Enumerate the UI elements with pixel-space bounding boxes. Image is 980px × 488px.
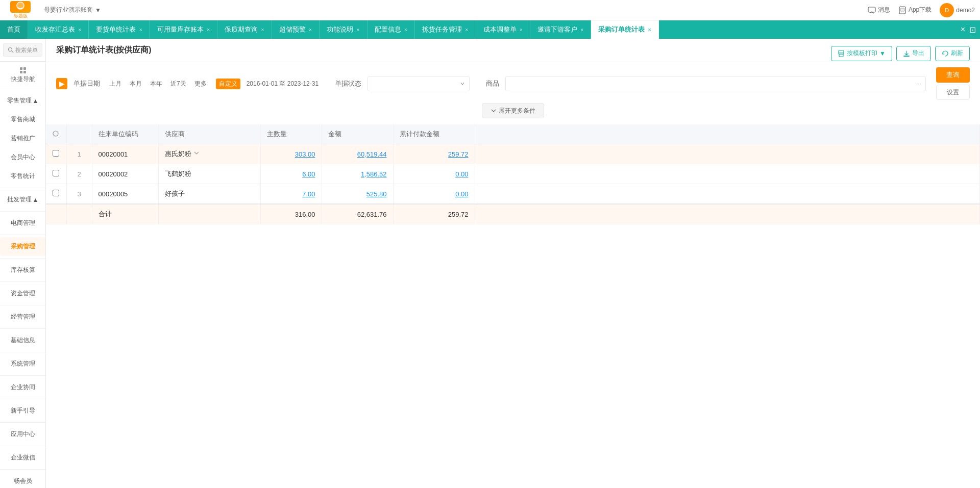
svg-rect-8 xyxy=(20,71,22,73)
sidebar-section-basic: 基础信息 xyxy=(0,329,45,352)
table-footer: 合计 316.00 62,631.76 259.72 xyxy=(46,204,980,224)
col-header-supplier-label: 供应商 xyxy=(165,130,185,138)
message-btn[interactable]: 消息 xyxy=(868,6,890,14)
footer-label: 合计 xyxy=(99,210,112,218)
sidebar-item-retail-store[interactable]: 零售商城 xyxy=(0,110,45,129)
user-area[interactable]: D demo2 xyxy=(940,3,975,17)
sidebar-item-finance-mgmt[interactable]: 资金管理 xyxy=(0,284,45,303)
sidebar-item-basic-info[interactable]: 基础信息 xyxy=(0,331,45,350)
tab-warranty-query[interactable]: 保质期查询 × xyxy=(217,20,272,39)
date-shortcut-this-year[interactable]: 本年 xyxy=(147,79,165,89)
col-header-supplier[interactable]: 供应商 xyxy=(158,124,260,144)
sidebar-item-system-mgmt[interactable]: 系统管理 xyxy=(0,354,45,373)
row-checkbox-1[interactable] xyxy=(53,170,59,176)
tab-overstock-alert-close[interactable]: × xyxy=(309,27,312,33)
search-menu-btn[interactable]: 搜索菜单 xyxy=(3,43,42,57)
sidebar-section-retail: 零售管理 ▲ 零售商城 营销推广 会员中心 零售统计 xyxy=(0,89,45,188)
export-btn[interactable]: 导出 xyxy=(896,46,931,61)
goods-input[interactable]: ··· xyxy=(505,76,926,91)
status-select[interactable] xyxy=(368,76,470,91)
expand-more-btn[interactable]: 展开更多条件 xyxy=(482,103,544,118)
table-row: 3 00020005 好孩子 7.00 525.80 0.00 xyxy=(46,184,980,204)
sidebar-item-app-center[interactable]: 应用中心 xyxy=(0,425,45,444)
tab-config-info[interactable]: 配置信息 × xyxy=(368,20,415,39)
sidebar-item-operation-mgmt[interactable]: 经营管理 xyxy=(0,307,45,326)
tab-home[interactable]: 首页 xyxy=(0,20,28,39)
sidebar-item-enterprise-wechat[interactable]: 企业微信 xyxy=(0,448,45,467)
row-check-0[interactable] xyxy=(46,144,66,164)
row-checkbox-0[interactable] xyxy=(53,150,59,157)
custom-date-tag[interactable]: 自定义 xyxy=(216,79,240,89)
refresh-btn-label: 刷新 xyxy=(951,49,963,58)
row-amount-1[interactable]: 1,586.52 xyxy=(322,164,393,184)
row-qty-0[interactable]: 303.00 xyxy=(260,144,322,164)
sidebar-item-inventory-check[interactable]: 库存核算 xyxy=(0,261,45,279)
tab-cost-adjust-close[interactable]: × xyxy=(520,27,523,33)
settings-btn[interactable]: 设置 xyxy=(936,85,970,100)
row-qty-2[interactable]: 7.00 xyxy=(260,184,322,204)
col-header-qty[interactable]: 主数量 xyxy=(260,124,322,144)
row-amount-2[interactable]: 525.80 xyxy=(322,184,393,204)
sidebar-item-retail-mgmt[interactable]: 零售管理 ▲ xyxy=(0,91,45,110)
row-amount-0[interactable]: 60,519.44 xyxy=(322,144,393,164)
date-shortcut-more[interactable]: 更多 xyxy=(191,79,210,89)
footer-check-cell xyxy=(46,204,66,224)
col-header-amount[interactable]: 金额 xyxy=(322,124,393,144)
sidebar-item-vip-member[interactable]: 畅会员 xyxy=(0,472,45,488)
tab-overstock-alert[interactable]: 超储预警 × xyxy=(272,20,320,39)
col-header-code[interactable]: 往来单位编码 xyxy=(92,124,158,144)
app-download-btn[interactable]: App下载 xyxy=(898,6,932,14)
date-shortcut-last-month[interactable]: 上月 xyxy=(106,79,125,89)
sidebar-item-wholesale-mgmt[interactable]: 批发管理 ▲ xyxy=(0,190,45,209)
page-header: 采购订单统计表(按供应商) 按模板打印 ▼ 导出 刷新 xyxy=(46,39,980,62)
tab-func-desc[interactable]: 功能说明 × xyxy=(320,20,367,39)
row-paid-1[interactable]: 0.00 xyxy=(393,164,475,184)
tab-config-info-close[interactable]: × xyxy=(404,27,407,33)
query-btn[interactable]: 查询 xyxy=(936,67,970,83)
tab-invite-customer-close[interactable]: × xyxy=(580,27,583,33)
row-checkbox-2[interactable] xyxy=(53,190,59,196)
tab-func-desc-close[interactable]: × xyxy=(356,27,359,33)
row-check-1[interactable] xyxy=(46,164,66,184)
print-btn[interactable]: 按模板打印 ▼ xyxy=(831,46,892,61)
col-header-paid[interactable]: 累计付款金额 xyxy=(393,124,475,144)
tab-close-all-btn[interactable]: × xyxy=(961,25,965,34)
tab-receive-send[interactable]: 收发存汇总表 × xyxy=(28,20,89,39)
sidebar-item-new-guide[interactable]: 新手引导 xyxy=(0,401,45,420)
tab-fullscreen-btn[interactable]: ⊡ xyxy=(969,25,976,35)
tab-purchase-detail-close[interactable]: × xyxy=(139,27,142,33)
tab-warranty-query-close[interactable]: × xyxy=(261,27,264,33)
workspace-selector[interactable]: 母婴行业演示账套 ▼ xyxy=(40,4,105,16)
date-shortcut-this-month[interactable]: 本月 xyxy=(127,79,145,89)
sidebar-item-operation-mgmt-label: 经营管理 xyxy=(11,313,35,320)
sidebar-item-marketing[interactable]: 营销推广 xyxy=(0,129,45,148)
row-check-2[interactable] xyxy=(46,184,66,204)
sidebar-item-ecommerce-mgmt[interactable]: 电商管理 xyxy=(0,214,45,233)
tab-purchase-order-stat[interactable]: 采购订单统计表 × xyxy=(591,20,658,39)
refresh-btn[interactable]: 刷新 xyxy=(935,46,970,61)
tab-invite-customer[interactable]: 邀请下游客户 × xyxy=(530,20,591,39)
tab-inventory-ledger-close[interactable]: × xyxy=(207,27,210,33)
sidebar-item-enterprise-collab[interactable]: 企业协同 xyxy=(0,378,45,397)
date-shortcut-7days[interactable]: 近7天 xyxy=(167,79,189,89)
tab-cost-adjust[interactable]: 成本调整单 × xyxy=(476,20,530,39)
tab-purchase-detail[interactable]: 要货单统计表 × xyxy=(89,20,150,39)
tab-picking-task[interactable]: 拣货任务管理 × xyxy=(415,20,476,39)
sidebar-item-purchase-mgmt[interactable]: 采购管理 xyxy=(0,237,45,256)
tab-inventory-ledger[interactable]: 可用量库存账本 × xyxy=(150,20,217,39)
sidebar-item-member-center[interactable]: 会员中心 xyxy=(0,148,45,167)
sidebar-item-retail-stats[interactable]: 零售统计 xyxy=(0,167,45,186)
row-paid-0[interactable]: 259.72 xyxy=(393,144,475,164)
tab-receive-send-close[interactable]: × xyxy=(78,27,81,33)
sidebar-quick-nav: 快捷导航 xyxy=(0,62,45,89)
col-header-paid-label: 累计付款金额 xyxy=(400,130,439,138)
col-header-num xyxy=(66,124,92,144)
row-paid-2[interactable]: 0.00 xyxy=(393,184,475,204)
row-qty-1[interactable]: 6.00 xyxy=(260,164,322,184)
svg-rect-13 xyxy=(903,56,910,57)
filter-toggle-btn[interactable]: ▶ xyxy=(56,78,67,89)
tab-picking-task-close[interactable]: × xyxy=(465,27,468,33)
sidebar-item-finance-mgmt-label: 资金管理 xyxy=(11,290,35,297)
tab-purchase-order-stat-close[interactable]: × xyxy=(648,27,651,33)
quick-nav-btn[interactable]: 快捷导航 xyxy=(0,64,45,87)
